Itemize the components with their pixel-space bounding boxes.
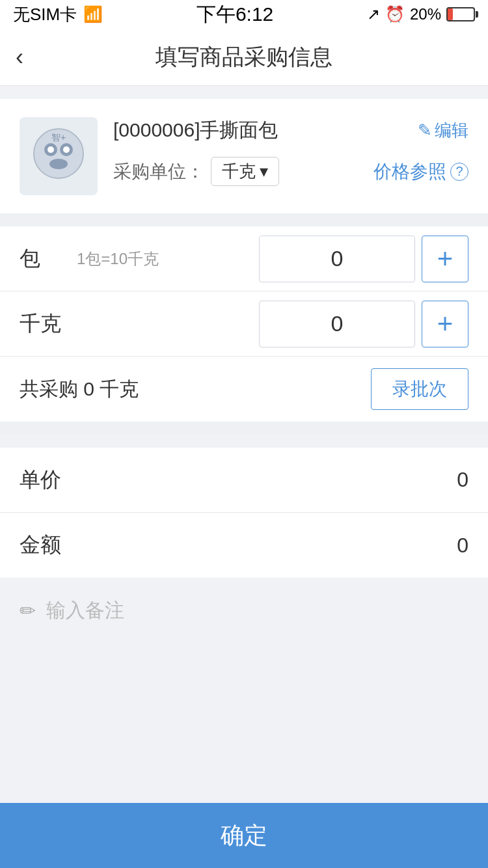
qianke-input[interactable]: [259, 301, 415, 347]
edit-icon: ✎: [418, 120, 432, 141]
unit-price-label: 单价: [20, 466, 61, 495]
back-button[interactable]: ‹: [16, 44, 23, 71]
record-batch-button[interactable]: 录批次: [371, 368, 468, 410]
edit-label: 编辑: [435, 119, 468, 142]
product-name: [0000006]手撕面包: [113, 117, 278, 144]
edit-button[interactable]: ✎ 编辑: [418, 119, 468, 142]
wifi-icon: 📶: [83, 5, 103, 23]
pencil-icon: ✏: [20, 599, 36, 622]
product-image: 智+: [20, 117, 98, 195]
note-section[interactable]: ✏ 输入备注: [0, 578, 488, 644]
qianke-plus-button[interactable]: +: [422, 301, 468, 347]
location-icon: ↗: [367, 5, 380, 23]
section-divider-1: [0, 213, 488, 226]
qianke-label: 千克: [20, 310, 72, 338]
unit-value: 千克: [222, 160, 256, 183]
price-ref-label: 价格参照: [373, 159, 446, 184]
purchase-unit-label: 采购单位：: [113, 159, 204, 184]
product-logo: 智+: [33, 128, 85, 185]
svg-point-5: [49, 159, 68, 169]
note-placeholder: 输入备注: [46, 597, 124, 624]
bao-input[interactable]: [259, 236, 415, 282]
carrier-label: 无SIM卡: [13, 3, 77, 26]
svg-text:智+: 智+: [51, 132, 66, 142]
amount-row: 金额 0: [0, 513, 488, 578]
svg-point-4: [63, 146, 70, 153]
total-label: 共采购 0 千克: [20, 376, 139, 403]
price-ref-icon: ?: [450, 163, 468, 181]
product-name-row: [0000006]手撕面包 ✎ 编辑: [113, 117, 468, 144]
nav-bar: ‹ 填写商品采购信息: [0, 29, 488, 86]
amount-label: 金额: [20, 531, 61, 560]
unit-price-row: 单价 0: [0, 448, 488, 513]
purchase-unit-row: 采购单位： 千克 ▾ 价格参照 ?: [113, 157, 468, 186]
page-title: 填写商品采购信息: [156, 42, 332, 72]
chevron-down-icon: ▾: [260, 161, 268, 182]
product-card: 智+ [0000006]手撕面包 ✎ 编辑 采购单位： 千克 ▾: [0, 99, 488, 213]
price-section: 单价 0 金额 0: [0, 448, 488, 578]
status-bar-time: 下午6:12: [197, 1, 273, 28]
unit-select[interactable]: 千克 ▾: [211, 157, 279, 186]
battery-percent: 20%: [410, 5, 441, 23]
total-row: 共采购 0 千克 录批次: [0, 357, 488, 422]
input-section: 包 1包=10千克 + 千克 +: [0, 226, 488, 357]
bao-label: 包: [20, 245, 72, 273]
alarm-icon: ⏰: [385, 5, 405, 23]
product-info: [0000006]手撕面包 ✎ 编辑 采购单位： 千克 ▾ 价格参照 ?: [113, 117, 468, 186]
price-ref-button[interactable]: 价格参照 ?: [373, 159, 468, 184]
status-bar-left: 无SIM卡 📶: [13, 3, 103, 26]
qianke-input-row: 千克 +: [0, 292, 488, 357]
bao-input-wrapper: +: [259, 236, 468, 282]
unit-price-value: 0: [457, 468, 468, 492]
bao-plus-button[interactable]: +: [422, 236, 468, 282]
confirm-button[interactable]: 确定: [0, 803, 488, 868]
status-bar-right: ↗ ⏰ 20%: [367, 5, 475, 23]
amount-value: 0: [457, 534, 468, 558]
section-divider-2: [0, 422, 488, 435]
svg-point-3: [47, 146, 54, 153]
bao-sub-label: 1包=10千克: [77, 249, 259, 269]
qianke-input-wrapper: +: [259, 301, 468, 347]
battery-fill: [448, 8, 453, 20]
bao-input-row: 包 1包=10千克 +: [0, 226, 488, 292]
status-bar: 无SIM卡 📶 下午6:12 ↗ ⏰ 20%: [0, 0, 488, 29]
battery-icon: [446, 7, 475, 21]
